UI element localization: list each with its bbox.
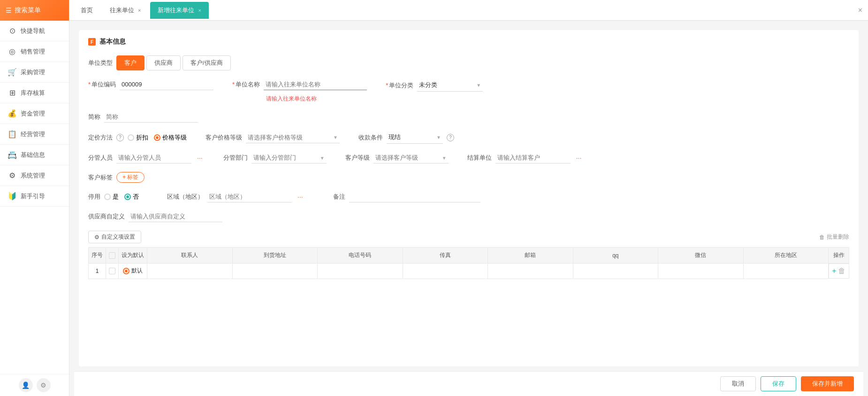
- add-row-btn[interactable]: +: [832, 267, 836, 275]
- sidebar-item-basic[interactable]: 📇 基础信息: [0, 145, 69, 165]
- remark-input[interactable]: [349, 191, 480, 202]
- sidebar-item-sales[interactable]: ◎ 销售管理: [0, 41, 69, 62]
- settlement-input[interactable]: [495, 152, 571, 163]
- radio-price-level[interactable]: 价格等级: [154, 133, 187, 142]
- select-all-checkbox[interactable]: [109, 252, 115, 259]
- radio-no[interactable]: 否: [124, 193, 139, 201]
- radio-discount-label: 折扣: [136, 133, 148, 142]
- sidebar-item-label: 库存核算: [21, 89, 45, 97]
- radio-discount[interactable]: 折扣: [128, 133, 148, 142]
- wechat-input[interactable]: [661, 267, 740, 274]
- email-input[interactable]: [491, 267, 570, 274]
- sidebar-settings-icon[interactable]: ⚙: [37, 378, 51, 392]
- cell-default: 默认: [119, 264, 147, 279]
- basic-icon: 📇: [8, 150, 17, 159]
- tab-partner-close[interactable]: ×: [138, 8, 141, 13]
- search-menu-label: 搜索菜单: [15, 6, 41, 15]
- contact-input[interactable]: [150, 267, 229, 274]
- sidebar-item-label: 资金管理: [21, 109, 45, 118]
- batch-delete-btn[interactable]: 🗑 批量删除: [819, 233, 849, 241]
- row-checkbox[interactable]: [109, 268, 115, 274]
- radio-yes[interactable]: 是: [104, 193, 119, 201]
- pricing-help-icon[interactable]: ?: [116, 134, 124, 141]
- sidebar-item-operations[interactable]: 📋 经营管理: [0, 124, 69, 145]
- sidebar-item-guide[interactable]: 🔰 新手引导: [0, 186, 69, 207]
- cell-fax[interactable]: [403, 264, 487, 279]
- disable-group: 停用 是 否: [88, 193, 139, 201]
- sidebar-item-label: 系统管理: [21, 171, 45, 180]
- th-wechat: 微信: [658, 248, 743, 264]
- manager-more-btn[interactable]: ···: [195, 154, 205, 162]
- payment-label: 收款条件: [358, 133, 383, 142]
- fax-input[interactable]: [406, 267, 485, 274]
- short-name-input[interactable]: [104, 111, 198, 123]
- sidebar: ☰ 搜索菜单 ⊙ 快捷导航 ◎ 销售管理 🛒 采购管理 ⊞ 库存核算 💰 资金管…: [0, 0, 69, 396]
- manager-label: 分管人员: [88, 154, 113, 162]
- cell-email[interactable]: [488, 264, 573, 279]
- customer-level-input[interactable]: [373, 152, 449, 163]
- th-email: 邮箱: [488, 248, 573, 264]
- custom-settings-label: 自定义项设置: [101, 233, 135, 241]
- save-new-button[interactable]: 保存并新增: [801, 376, 854, 391]
- unit-name-input[interactable]: [264, 79, 367, 90]
- cell-qq[interactable]: [573, 264, 658, 279]
- sidebar-item-system[interactable]: ⚙ 系统管理: [0, 165, 69, 186]
- department-input[interactable]: [251, 152, 327, 163]
- batch-delete-label: 批量删除: [827, 233, 849, 241]
- cancel-button[interactable]: 取消: [720, 376, 756, 391]
- manager-input[interactable]: [116, 152, 191, 163]
- tab-partner[interactable]: 往来单位 ×: [102, 2, 148, 19]
- save-button[interactable]: 保存: [761, 376, 796, 391]
- unit-category-label: *单位分类: [386, 81, 413, 90]
- phone-input[interactable]: [320, 267, 400, 274]
- region-cell-input[interactable]: [746, 267, 826, 274]
- search-menu-btn[interactable]: ☰ 搜索菜单: [0, 0, 69, 21]
- region-more-btn[interactable]: ···: [296, 193, 305, 201]
- qq-input[interactable]: [576, 267, 655, 274]
- payment-group: 收款条件 现结 ▼ ?: [358, 131, 454, 144]
- cell-region[interactable]: [743, 264, 829, 279]
- address-input[interactable]: [236, 267, 315, 274]
- btn-both[interactable]: 客户/供应商: [183, 55, 231, 70]
- tab-home[interactable]: 首页: [73, 2, 100, 19]
- region-input[interactable]: [207, 191, 292, 202]
- contacts-table: 序号 设为默认 联系人 到货地址 电话号码 传真 邮箱 qq 微信 所在地区 操…: [88, 247, 849, 279]
- delete-row-btn[interactable]: 🗑: [838, 267, 845, 275]
- cell-contact[interactable]: [147, 264, 233, 279]
- settlement-more-btn[interactable]: ···: [574, 154, 584, 162]
- tab-new-partner-close[interactable]: ×: [198, 8, 201, 13]
- cell-wechat[interactable]: [658, 264, 743, 279]
- payment-select[interactable]: 现结 ▼: [387, 131, 443, 144]
- payment-help-icon[interactable]: ?: [447, 134, 454, 141]
- department-group: 分管部门 ▼: [223, 152, 327, 163]
- customer-level-select[interactable]: ▼: [373, 152, 449, 163]
- btn-customer[interactable]: 客户: [116, 55, 145, 70]
- customer-price-input[interactable]: [246, 132, 340, 143]
- supplier-custom-input[interactable]: [129, 211, 222, 222]
- default-radio[interactable]: 默认: [122, 267, 144, 275]
- sidebar-item-purchase[interactable]: 🛒 采购管理: [0, 62, 69, 83]
- disable-label: 停用: [88, 193, 100, 201]
- code-name-row: *单位编码 *单位名称 请输入往来单位名称 *单位分类: [88, 79, 849, 103]
- sidebar-item-label: 快捷导航: [21, 27, 45, 35]
- customer-level-label: 客户等级: [345, 154, 370, 162]
- cell-phone[interactable]: [318, 264, 403, 279]
- settlement-label: 结算单位: [467, 154, 492, 162]
- unit-code-input[interactable]: [120, 79, 213, 90]
- sidebar-item-finance[interactable]: 💰 资金管理: [0, 103, 69, 124]
- sidebar-item-inventory[interactable]: ⊞ 库存核算: [0, 83, 69, 103]
- tab-bar-close-btn[interactable]: ×: [858, 6, 862, 15]
- custom-settings-btn[interactable]: ⚙ 自定义项设置: [88, 231, 141, 243]
- short-name-label: 简称: [88, 113, 100, 121]
- tab-bar: 首页 往来单位 × 新增往来单位 × ×: [69, 0, 868, 21]
- btn-supplier[interactable]: 供应商: [146, 55, 181, 70]
- sidebar-user-icon[interactable]: 👤: [19, 378, 33, 392]
- department-select[interactable]: ▼: [251, 152, 327, 163]
- customer-price-select[interactable]: ▼: [246, 132, 340, 143]
- tab-new-partner[interactable]: 新增往来单位 ×: [150, 2, 208, 19]
- unit-category-select-wrapper[interactable]: 未分类 ▼: [417, 79, 483, 92]
- cell-address[interactable]: [232, 264, 318, 279]
- sidebar-item-quick-nav[interactable]: ⊙ 快捷导航: [0, 21, 69, 41]
- delete-icon: 🗑: [819, 234, 825, 241]
- tag-add-btn[interactable]: + 标签: [116, 172, 145, 183]
